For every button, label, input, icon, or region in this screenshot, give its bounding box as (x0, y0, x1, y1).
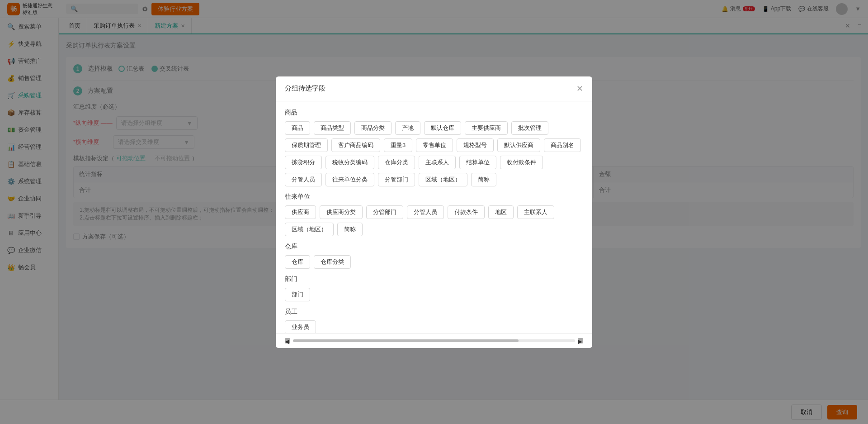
field-chip-batch-mgmt[interactable]: 批次管理 (511, 121, 548, 135)
section-title-dept: 部门 (285, 275, 583, 283)
modal-overlay: 分组待选字段 ✕ 商品 商品 商品类型 商品分类 产地 默认仓库 主要供应商 批… (0, 0, 868, 424)
modal-close-button[interactable]: ✕ (576, 84, 583, 94)
field-chip-dept-supervised2[interactable]: 分管部门 (366, 205, 403, 219)
horizontal-scrollbar[interactable] (293, 339, 575, 342)
field-chip-payment-terms[interactable]: 收付款条件 (500, 156, 543, 169)
field-chip-goods-type[interactable]: 商品类型 (314, 121, 351, 135)
field-chip-pick-score[interactable]: 拣货积分 (285, 156, 322, 169)
field-chip-default-supplier[interactable]: 默认供应商 (497, 138, 540, 152)
fields-partner: 供应商 供应商分类 分管部门 分管人员 付款条件 地区 主联系人 区域（地区） … (285, 205, 583, 236)
field-chip-dept-supervised[interactable]: 分管部门 (378, 173, 415, 186)
field-chip-warehouse-cat[interactable]: 仓库分类 (314, 255, 351, 269)
field-chip-supervisor2[interactable]: 分管人员 (407, 205, 444, 219)
field-chip-warehouse[interactable]: 仓库 (285, 255, 310, 269)
modal-title: 分组待选字段 (285, 84, 326, 93)
field-chip-supplier[interactable]: 供应商 (285, 205, 316, 219)
modal-header: 分组待选字段 ✕ (276, 76, 592, 101)
field-chip-main-contact[interactable]: 主联系人 (419, 156, 456, 169)
field-chip-main-contact2[interactable]: 主联系人 (517, 205, 554, 219)
fields-warehouse: 仓库 仓库分类 (285, 255, 583, 269)
scroll-right-btn[interactable]: ▶ (578, 338, 583, 343)
field-chip-settlement-unit[interactable]: 结算单位 (459, 156, 496, 169)
section-title-partner: 往来单位 (285, 193, 583, 201)
scroll-left-btn[interactable]: ◀ (285, 338, 290, 343)
field-chip-partner-category[interactable]: 往来单位分类 (326, 173, 374, 186)
field-chip-region[interactable]: 地区 (488, 205, 514, 219)
fields-employee: 业务员 (285, 320, 583, 333)
field-chip-default-warehouse[interactable]: 默认仓库 (424, 121, 461, 135)
field-chip-dept[interactable]: 部门 (285, 288, 310, 301)
horizontal-scroll-thumb (293, 339, 519, 342)
field-chip-origin[interactable]: 产地 (395, 121, 420, 135)
field-chip-short-name-partner[interactable]: 简称 (337, 223, 363, 236)
field-chip-main-supplier[interactable]: 主要供应商 (465, 121, 508, 135)
field-chip-supplier-category[interactable]: 供应商分类 (320, 205, 363, 219)
fields-goods: 商品 商品类型 商品分类 产地 默认仓库 主要供应商 批次管理 保质期管理 客户… (285, 121, 583, 186)
section-title-warehouse: 仓库 (285, 243, 583, 251)
field-chip-goods[interactable]: 商品 (285, 121, 310, 135)
modal-footer: ◀ ▶ (276, 333, 592, 348)
field-chip-region2[interactable]: 区域（地区） (285, 223, 334, 236)
section-title-goods: 商品 (285, 109, 583, 117)
field-chip-spec-model[interactable]: 规格型号 (457, 138, 494, 152)
field-chip-short-name-goods[interactable]: 简称 (471, 173, 496, 186)
field-chip-region-goods[interactable]: 区域（地区） (419, 173, 467, 186)
field-chip-retail-unit[interactable]: 零售单位 (416, 138, 453, 152)
field-chip-goods-alias[interactable]: 商品别名 (544, 138, 581, 152)
field-chip-supervisor[interactable]: 分管人员 (285, 173, 322, 186)
field-chip-tax-code[interactable]: 税收分类编码 (326, 156, 374, 169)
field-chip-payment-condition[interactable]: 付款条件 (448, 205, 485, 219)
field-chip-customer-code[interactable]: 客户商品编码 (331, 138, 380, 152)
modal-body: 商品 商品 商品类型 商品分类 产地 默认仓库 主要供应商 批次管理 保质期管理… (276, 101, 592, 333)
field-select-modal: 分组待选字段 ✕ 商品 商品 商品类型 商品分类 产地 默认仓库 主要供应商 批… (276, 76, 592, 348)
field-chip-expiry-mgmt[interactable]: 保质期管理 (285, 138, 328, 152)
fields-dept: 部门 (285, 288, 583, 301)
field-chip-salesperson[interactable]: 业务员 (285, 320, 316, 333)
field-chip-goods-category[interactable]: 商品分类 (354, 121, 392, 135)
field-chip-weight[interactable]: 重量3 (384, 138, 412, 152)
field-chip-warehouse-category[interactable]: 仓库分类 (378, 156, 415, 169)
section-title-employee: 员工 (285, 308, 583, 316)
